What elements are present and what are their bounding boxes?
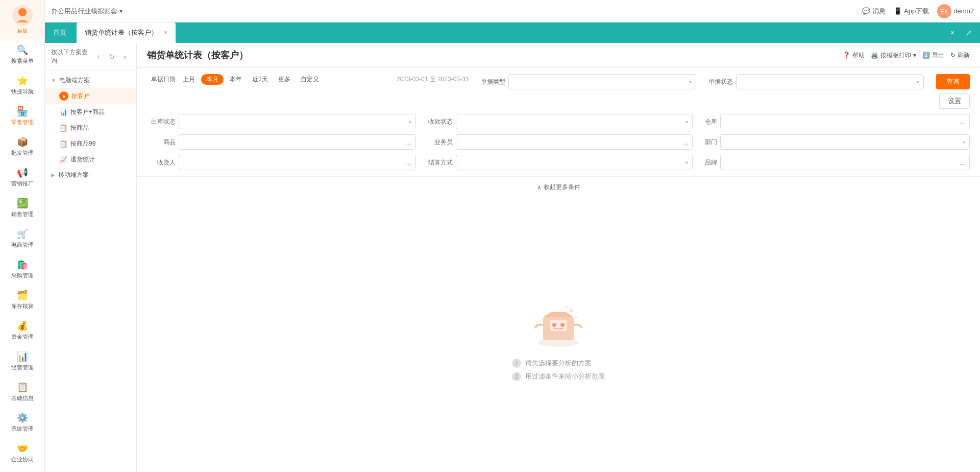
tree-item-by-goods-99[interactable]: 📋 按商品99	[45, 136, 136, 152]
receiver-input[interactable]: ...	[179, 155, 416, 170]
goods-dots-icon[interactable]: ...	[405, 138, 411, 146]
tree-item-by-goods-label: 按商品	[70, 124, 89, 132]
left-panel: 按以下方案查询 + ↻ « ▼ 电脑端方案	[45, 43, 137, 472]
logo-icon	[11, 4, 34, 27]
inventory-icon: 🗂️	[17, 290, 28, 301]
date-btn-7days[interactable]: 近7天	[248, 74, 272, 85]
tree-item-return-stats[interactable]: 📈 退货统计	[45, 152, 136, 168]
tab-close-icon[interactable]: ×	[164, 29, 167, 36]
sidebar-retail-label: 零售管理	[11, 119, 34, 126]
print-btn[interactable]: 🖨️ 按模板打印 ▾	[871, 51, 916, 60]
app-download-btn[interactable]: 📱 App下载	[894, 7, 929, 16]
sidebar-item-sales[interactable]: 💹 销售管理	[0, 193, 44, 223]
sidebar-item-wholesale[interactable]: 📦 批发管理	[0, 131, 44, 162]
content-area: 按以下方案查询 + ↻ « ▼ 电脑端方案	[45, 43, 980, 472]
collapse-panel-btn[interactable]: «	[120, 52, 130, 62]
sidebar-item-purchase[interactable]: 🛍️ 采购管理	[0, 254, 44, 285]
date-btn-last-month[interactable]: 上月	[179, 74, 199, 85]
out-status-select[interactable]: ▾	[179, 114, 416, 129]
app-switcher[interactable]: 办公用品行业模拟账套 ▾	[51, 7, 123, 16]
date-btn-custom[interactable]: 自定义	[297, 74, 323, 85]
username-label: demo2	[953, 7, 974, 15]
goods-input[interactable]: ...	[179, 134, 416, 150]
help-btn[interactable]: ❓ 帮助	[843, 51, 865, 60]
tab-home[interactable]: 首页	[45, 22, 75, 43]
warehouse-input[interactable]: ...	[720, 114, 970, 129]
order-type-arrow-icon: ▾	[689, 79, 692, 85]
query-button[interactable]: 查询	[936, 74, 970, 89]
order-status-label: 单据状态	[704, 78, 733, 86]
setting-button[interactable]: 设置	[939, 93, 970, 109]
order-status-select[interactable]: ▾	[736, 74, 924, 89]
warehouse-dots-icon[interactable]: ...	[959, 117, 965, 126]
out-status-label: 出库状态	[147, 117, 176, 126]
active-scheme-dot: ●	[59, 91, 68, 101]
empty-state: 1 请先选择要分析的方案 2 用过滤条件来缩小分析范围	[137, 198, 980, 472]
tab-maximize-btn[interactable]: ⤢	[962, 26, 976, 40]
svg-point-8	[575, 316, 577, 318]
help-label: 帮助	[852, 51, 865, 60]
settlement-select[interactable]: ▾	[456, 155, 693, 170]
sidebar-item-operations[interactable]: 📊 经营管理	[0, 346, 44, 376]
avatar: Ea	[937, 4, 951, 18]
tip-num-1: 1	[512, 359, 521, 368]
right-panel: 销货单统计表（按客户） ❓ 帮助 🖨️ 按模板打印 ▾ ⬇️ 导出	[137, 43, 980, 472]
tree-group-desktop-header[interactable]: ▼ 电脑端方案	[45, 73, 136, 88]
sidebar-item-system[interactable]: ⚙️ 系统管理	[0, 407, 44, 438]
payment-status-label: 收款状态	[424, 117, 453, 126]
message-btn[interactable]: 💬 消息	[862, 7, 886, 16]
tab-close-all-btn[interactable]: ×	[945, 26, 960, 40]
brand-input[interactable]: ...	[720, 155, 970, 170]
date-quick-select: 上月 本月 本年 近7天 更多 自定义	[179, 74, 323, 85]
desktop-scheme-label: 电脑端方案	[59, 76, 90, 85]
receiver-dots-icon[interactable]: ...	[405, 158, 411, 167]
refresh-scheme-btn[interactable]: ↻	[107, 52, 117, 62]
department-select[interactable]: ▾	[720, 134, 970, 150]
sidebar-item-guide[interactable]: 🆕 新手引导	[0, 468, 44, 472]
sidebar-item-inventory[interactable]: 🗂️ 库存核算	[0, 285, 44, 315]
sidebar-item-retail[interactable]: 🏪 零售管理	[0, 101, 44, 131]
purchase-icon: 🛍️	[17, 259, 28, 270]
topbar: 办公用品行业模拟账套 ▾ 💬 消息 📱 App下载 Ea demo2	[45, 0, 980, 22]
add-scheme-btn[interactable]: +	[93, 52, 104, 62]
tab-x-icon: ×	[950, 29, 954, 37]
sidebar-finance-label: 资金管理	[11, 333, 34, 341]
sidebar-item-basics[interactable]: 📋 基础信息	[0, 376, 44, 407]
sidebar: 标版 🔍 搜索菜单 ⭐ 快捷导航 🏪 零售管理 📦 批发管理 📢 营销推广 💹 …	[0, 0, 45, 472]
salesperson-dots-icon[interactable]: ...	[682, 138, 689, 146]
tree-item-by-customer-goods[interactable]: 📊 按客户+商品	[45, 104, 136, 120]
empty-illustration	[528, 289, 589, 350]
sidebar-item-marketing[interactable]: 📢 营销推广	[0, 162, 44, 193]
refresh-page-icon: ↻	[950, 52, 955, 59]
date-btn-this-year[interactable]: 本年	[226, 74, 246, 85]
sidebar-item-enterprise[interactable]: 🤝 企业协同	[0, 438, 44, 468]
payment-status-select[interactable]: ▾	[456, 114, 693, 129]
date-btn-this-month[interactable]: 本月	[201, 74, 224, 85]
user-menu[interactable]: Ea demo2	[937, 4, 974, 18]
date-btn-more[interactable]: 更多	[274, 74, 295, 85]
collapse-icon: «	[123, 53, 127, 61]
sidebar-purchase-label: 采购管理	[11, 272, 34, 279]
empty-tips: 1 请先选择要分析的方案 2 用过滤条件来缩小分析范围	[512, 359, 605, 381]
tab-sales-stats[interactable]: 销货单统计表（按客户） ×	[77, 22, 176, 43]
order-type-select[interactable]: ▾	[508, 74, 696, 89]
salesperson-input[interactable]: ...	[456, 134, 693, 150]
sidebar-item-quick-nav[interactable]: ⭐ 快捷导航	[0, 70, 44, 101]
customer-goods-icon: 📊	[59, 108, 67, 116]
sidebar-item-search[interactable]: 🔍 搜索菜单	[0, 39, 44, 70]
tree-arrow-icon: ▼	[51, 78, 56, 83]
refresh-btn[interactable]: ↻ 刷新	[950, 51, 970, 60]
svg-point-9	[567, 306, 569, 308]
refresh-label: 刷新	[958, 51, 970, 60]
svg-point-5	[552, 323, 556, 327]
sidebar-item-finance[interactable]: 💰 资金管理	[0, 315, 44, 346]
tree-group-mobile-header[interactable]: ▶ 移动端方案	[45, 168, 136, 182]
tree-item-by-goods[interactable]: 📋 按商品	[45, 120, 136, 136]
collapse-button[interactable]: ∧ 收起更多条件	[531, 181, 586, 194]
export-btn[interactable]: ⬇️ 导出	[922, 51, 944, 60]
tabbar: 首页 销货单统计表（按客户） × × ⤢	[45, 22, 980, 43]
payment-status-arrow-icon: ▾	[685, 119, 688, 125]
brand-dots-icon[interactable]: ...	[959, 158, 965, 167]
sidebar-item-ecommerce[interactable]: 🛒 电商管理	[0, 223, 44, 254]
tree-item-by-customer[interactable]: ● 按客户	[45, 88, 136, 104]
